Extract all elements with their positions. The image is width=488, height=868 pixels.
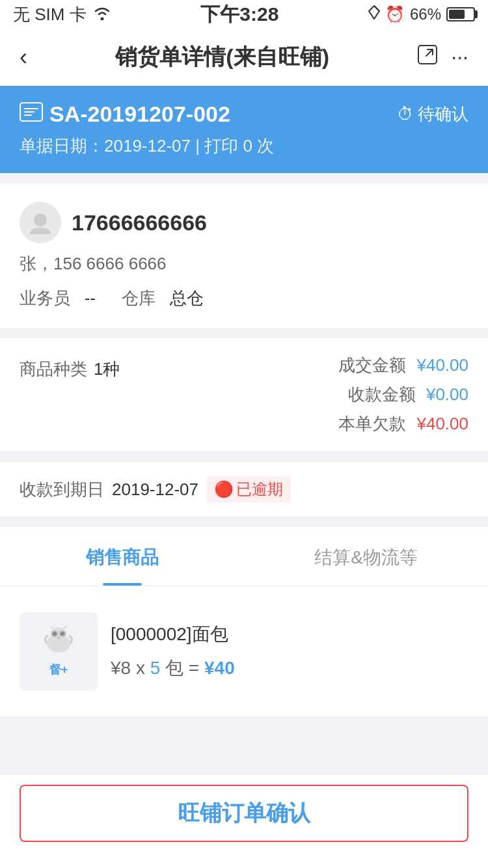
owed-label: 本单欠款: [338, 413, 406, 435]
deal-amount-value: ¥40.00: [416, 355, 468, 375]
status-time: 下午3:28: [200, 1, 278, 28]
deal-amount-row: 成交金额 ¥40.00: [338, 354, 468, 377]
svg-point-9: [61, 632, 64, 636]
due-date-value: 2019-12-07: [112, 480, 198, 500]
status-right: ⏰ 66%: [368, 5, 475, 23]
deal-amount-label: 成交金额: [338, 354, 406, 377]
share-button[interactable]: [417, 44, 438, 70]
carrier-label: 无 SIM 卡: [13, 3, 87, 26]
svg-point-3: [34, 213, 47, 226]
nav-actions: ···: [417, 44, 468, 70]
customer-section: 17666666666 张，156 6666 6666 业务员 -- 仓库 总仓: [0, 183, 488, 328]
product-count: 商品种类 1种: [20, 354, 120, 381]
status-left: 无 SIM 卡: [13, 3, 111, 26]
order-header-top: SA-20191207-002 ⏱ 待确认: [20, 102, 468, 127]
equals-sign: =: [189, 658, 204, 678]
product-thumb-inner: 督+: [33, 632, 85, 671]
svg-point-8: [53, 632, 57, 636]
owed-value: ¥40.00: [416, 414, 468, 434]
wifi-icon: [93, 5, 111, 25]
order-date: 单据日期：2019-12-07 | 打印 0 次: [20, 135, 468, 157]
amount-list: 成交金额 ¥40.00 收款金额 ¥0.00 本单欠款 ¥40.00: [338, 354, 468, 435]
received-label: 收款金额: [348, 383, 416, 406]
product-list: 督+ [0000002]面包 ¥8 x 5 包 = ¥40: [0, 586, 488, 716]
nav-bar: ‹ 销货单详情(来自旺铺) ···: [0, 29, 488, 86]
location-icon: [368, 5, 380, 23]
warehouse-value: 总仓: [170, 288, 204, 308]
price-qty: 5: [150, 658, 161, 678]
product-type-value: 1种: [94, 358, 120, 381]
customer-name: 张，156 6666 6666: [20, 252, 468, 275]
customer-phone: 17666666666: [72, 210, 207, 236]
multiply-sign: x: [136, 658, 150, 678]
due-date-section: 收款到期日 2019-12-07 🔴 已逾期: [0, 461, 488, 517]
overdue-text: 已逾期: [236, 479, 283, 500]
confirm-button[interactable]: 旺铺订单确认: [20, 785, 468, 842]
tabs-row: 销售商品 结算&物流等: [0, 527, 488, 586]
amounts-section: 商品种类 1种 成交金额 ¥40.00 收款金额 ¥0.00 本单欠款 ¥40.…: [0, 338, 488, 451]
customer-meta: 业务员 -- 仓库 总仓: [20, 284, 468, 310]
status-clock-icon: ⏱: [397, 104, 414, 124]
owl-icon: [39, 625, 78, 659]
owed-row: 本单欠款 ¥40.00: [338, 413, 468, 435]
price-total: ¥40: [204, 658, 235, 678]
product-thumbnail: 督+: [20, 612, 98, 690]
order-status: ⏱ 待确认: [397, 103, 468, 126]
salesperson-value: --: [85, 288, 96, 308]
battery-icon: [446, 7, 475, 21]
tab-settlement[interactable]: 结算&物流等: [244, 527, 488, 586]
salesperson-item: 业务员 --: [20, 287, 96, 310]
warehouse-item: 仓库 总仓: [122, 287, 204, 310]
tab-products[interactable]: 销售商品: [0, 527, 244, 586]
status-bar: 无 SIM 卡 下午3:28 ⏰ 66%: [0, 0, 488, 29]
due-date-label: 收款到期日: [20, 478, 104, 501]
order-header: SA-20191207-002 ⏱ 待确认 单据日期：2019-12-07 | …: [0, 86, 488, 173]
warehouse-label: 仓库: [122, 288, 156, 308]
bottom-bar: 旺铺订单确认: [0, 774, 488, 868]
received-value: ¥0.00: [426, 385, 468, 405]
back-button[interactable]: ‹: [20, 44, 27, 71]
overdue-badge: 🔴 已逾期: [206, 476, 291, 502]
svg-point-0: [100, 17, 103, 20]
product-item: 督+ [0000002]面包 ¥8 x 5 包 = ¥40: [20, 599, 468, 703]
avatar: [20, 202, 61, 243]
tabs-section: 销售商品 结算&物流等: [0, 527, 488, 586]
product-info: [0000002]面包 ¥8 x 5 包 = ¥40: [111, 612, 468, 690]
brand-text: 督+: [49, 662, 68, 677]
unit-label: 包: [165, 658, 183, 678]
product-price: ¥8 x 5 包 = ¥40: [111, 656, 468, 681]
product-type-label: 商品种类: [20, 358, 87, 381]
order-icon: [20, 102, 43, 127]
overdue-icon: 🔴: [214, 480, 234, 498]
received-row: 收款金额 ¥0.00: [348, 383, 468, 406]
price-amount: ¥8: [111, 658, 131, 678]
more-button[interactable]: ···: [451, 45, 468, 69]
product-name: [0000002]面包: [111, 622, 468, 647]
order-id: SA-20191207-002: [20, 102, 230, 127]
customer-row: 17666666666: [20, 202, 468, 243]
salesperson-label: 业务员: [20, 288, 70, 308]
battery-percent: 66%: [410, 5, 441, 23]
alarm-icon: ⏰: [385, 5, 405, 23]
page-title: 销货单详情(来自旺铺): [115, 42, 329, 72]
